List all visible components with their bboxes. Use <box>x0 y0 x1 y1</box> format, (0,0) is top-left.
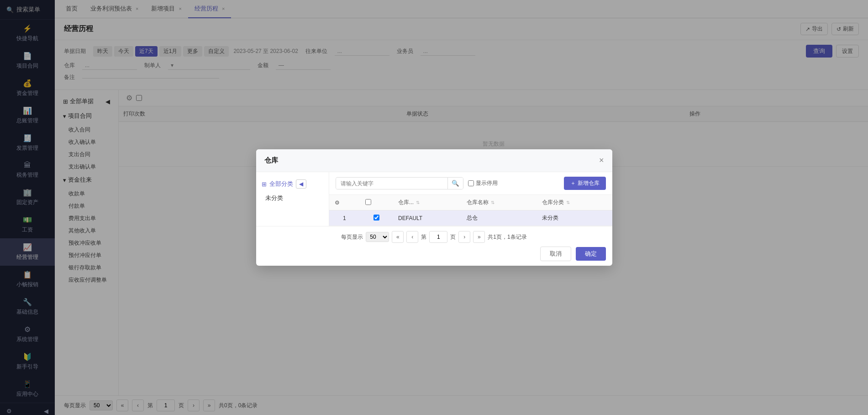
row-checkbox[interactable] <box>374 215 379 221</box>
modal-table-header-row: ⚙ 仓库... ⇅ 仓库名称 ⇅ <box>329 195 612 210</box>
plus-icon: ＋ <box>570 179 576 187</box>
cancel-button[interactable]: 取消 <box>540 247 571 261</box>
sort-code-icon[interactable]: ⇅ <box>416 200 420 205</box>
row-warehouse-code: DEFAULT <box>393 210 461 226</box>
show-disabled-text: 显示停用 <box>476 179 498 187</box>
modal-close-button[interactable]: × <box>599 156 604 165</box>
table-row[interactable]: 1 DEFAULT 总仓 未分类 <box>329 210 612 226</box>
modal-toolbar: 🔍 显示停用 ＋ 新增仓库 <box>329 172 612 195</box>
modal-title: 仓库 <box>264 156 278 165</box>
modal-pagination: 每页显示 50 10 20 100 « ‹ 第 页 › » 共1页，1条记录 <box>263 231 606 243</box>
modal-left-panel: ⊞ 全部分类 ◀ 未分类 <box>256 172 329 226</box>
modal-first-page-btn[interactable]: « <box>392 231 404 243</box>
modal-page-label: 第 <box>421 233 426 241</box>
col-gear: ⚙ <box>329 195 360 210</box>
show-disabled-label[interactable]: 显示停用 <box>468 179 498 187</box>
modal-table-wrap: ⚙ 仓库... ⇅ 仓库名称 ⇅ <box>329 195 612 226</box>
uncategorized-label: 未分类 <box>265 194 283 201</box>
modal-page-size-select[interactable]: 50 10 20 100 <box>366 232 389 242</box>
modal-page-size-label: 每页显示 <box>341 233 363 241</box>
modal-search-input[interactable] <box>336 178 447 189</box>
modal-uncategorized-item[interactable]: 未分类 <box>256 191 329 205</box>
row-checkbox-cell[interactable] <box>360 210 393 226</box>
modal-all-category[interactable]: ⊞ 全部分类 ◀ <box>256 177 329 191</box>
add-warehouse-button[interactable]: ＋ 新增仓库 <box>564 177 606 190</box>
modal-page-suffix: 页 <box>450 233 456 241</box>
modal-search-wrap: 🔍 <box>336 177 463 189</box>
collapse-category-button[interactable]: ◀ <box>296 179 306 189</box>
add-warehouse-label: 新增仓库 <box>578 179 600 187</box>
show-disabled-checkbox[interactable] <box>468 180 474 186</box>
modal-next-page-btn[interactable]: › <box>458 231 470 243</box>
modal-header: 仓库 × <box>256 149 612 172</box>
modal-total-info: 共1页，1条记录 <box>488 233 526 241</box>
col-warehouse-code: 仓库... ⇅ <box>393 195 461 210</box>
all-category-label: 全部分类 <box>269 180 293 188</box>
modal-overlay[interactable]: 仓库 × ⊞ 全部分类 ◀ 未分类 <box>0 0 868 415</box>
grid-icon-2: ⊞ <box>262 181 267 188</box>
modal-action-buttons: 取消 确定 <box>263 247 606 261</box>
gear-icon-2[interactable]: ⚙ <box>335 200 340 206</box>
row-warehouse-name: 总仓 <box>461 210 537 226</box>
sort-category-icon[interactable]: ⇅ <box>566 200 570 205</box>
modal-prev-page-btn[interactable]: ‹ <box>406 231 418 243</box>
col-checkbox-header <box>360 195 393 210</box>
modal-body: ⊞ 全部分类 ◀ 未分类 🔍 显示停用 <box>256 172 612 226</box>
confirm-button[interactable]: 确定 <box>576 247 606 261</box>
sort-name-icon[interactable]: ⇅ <box>491 200 494 205</box>
select-all-modal-checkbox[interactable] <box>365 199 371 205</box>
row-warehouse-category: 未分类 <box>537 210 612 226</box>
modal-search-button[interactable]: 🔍 <box>447 178 463 189</box>
modal-footer: 每页显示 50 10 20 100 « ‹ 第 页 › » 共1页，1条记录 取… <box>256 226 612 266</box>
modal-right-panel: 🔍 显示停用 ＋ 新增仓库 <box>329 172 612 226</box>
col-warehouse-name: 仓库名称 ⇅ <box>461 195 537 210</box>
modal-current-page-input[interactable] <box>429 231 447 243</box>
modal-last-page-btn[interactable]: » <box>473 231 485 243</box>
col-warehouse-category: 仓库分类 ⇅ <box>537 195 612 210</box>
modal-warehouse-table: ⚙ 仓库... ⇅ 仓库名称 ⇅ <box>329 195 612 226</box>
warehouse-modal: 仓库 × ⊞ 全部分类 ◀ 未分类 <box>256 149 612 266</box>
row-gear-cell: 1 <box>329 210 360 226</box>
